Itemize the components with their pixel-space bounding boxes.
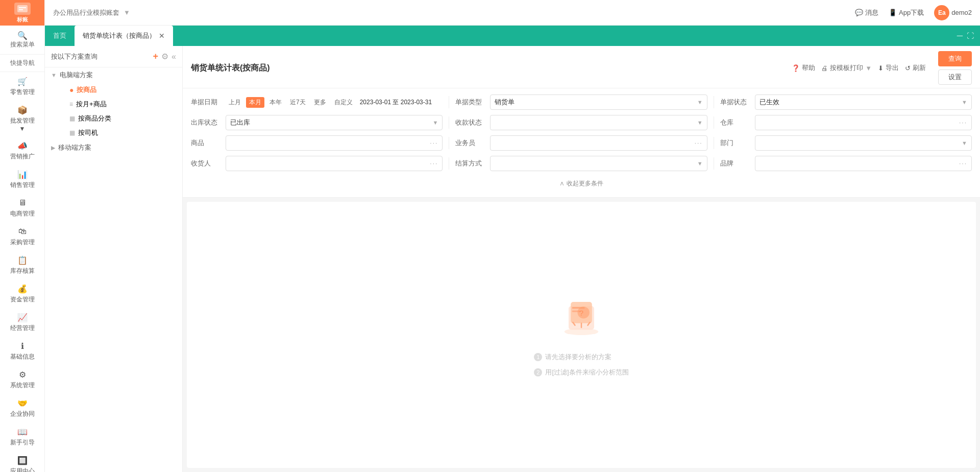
settings-button[interactable]: 设置 (938, 69, 972, 85)
app-download-btn[interactable]: 📱 App下载 (889, 8, 924, 17)
tree-desktop-arrow: ▼ (51, 72, 57, 78)
appstore-icon: 🔲 (17, 455, 28, 465)
tab-home-label: 首页 (53, 31, 66, 40)
search-menu[interactable]: 🔍 搜索菜单 (0, 26, 44, 55)
sidebar-item-purchase[interactable]: 🛍 采购管理 (0, 222, 44, 251)
export-btn[interactable]: ⬇ 导出 (878, 63, 899, 73)
date-shortcuts: 上月 本月 本年 近7天 更多 自定义 2023-03-01 至 2023-03… (226, 97, 432, 108)
salesperson-label: 业务员 (455, 138, 486, 148)
tree-item-icon: ● (69, 86, 74, 94)
svg-rect-1 (19, 7, 26, 8)
print-btn[interactable]: 🖨 按模板打印 ▼ (821, 63, 872, 73)
sidebar-item-finance[interactable]: 💰 资金管理 (0, 279, 44, 308)
top-header: 办公用品行业模拟账套 ▼ 💬 消息 📱 App下载 Ea demo2 (45, 0, 980, 26)
receiptstatus-dropdown[interactable]: ▼ (490, 115, 707, 130)
user-avatar-btn[interactable]: Ea demo2 (934, 5, 972, 20)
divider-3 (449, 116, 449, 129)
brand-dots-icon: ··· (959, 160, 967, 167)
guide-icon: 📖 (17, 427, 28, 437)
message-btn[interactable]: 💬 消息 (855, 8, 878, 17)
filter-area: 单据日期 上月 本月 本年 近7天 更多 自定义 2023-03-01 至 20… (183, 88, 980, 198)
quick-nav[interactable]: 快捷导航 (0, 55, 44, 72)
filter-row-1: 单据日期 上月 本月 本年 近7天 更多 自定义 2023-03-01 至 20… (191, 95, 972, 110)
sidebar-item-marketing[interactable]: 📣 营销推广 (0, 136, 44, 165)
filter-doctype-field: 单据类型 销货单 ▼ (455, 95, 707, 110)
query-settings-btns: 查询 设置 (938, 51, 972, 85)
date-btn-custom[interactable]: 自定义 (331, 97, 356, 108)
tree-mobile-label: 移动端方案 (58, 143, 91, 152)
tab-home[interactable]: 首页 (45, 26, 75, 46)
add-scheme-btn[interactable]: + (153, 51, 159, 62)
department-caret-icon: ▼ (962, 140, 967, 146)
query-button[interactable]: 查询 (938, 51, 972, 66)
maximize-icon[interactable]: ⛶ (967, 32, 974, 40)
hint-item-1: 1 请先选择要分析的方案 (534, 350, 628, 364)
enterprise-icon: 🤝 (17, 398, 28, 408)
date-btn-this-month[interactable]: 本月 (246, 97, 264, 108)
tree-item-by-month-product[interactable]: ≡ 按月+商品 (51, 97, 182, 111)
help-icon: ❓ (792, 64, 800, 72)
page-title-bar: 销货单统计表(按商品) ❓ 帮助 🖨 按模板打印 ▼ ⬇ 导出 (183, 46, 980, 88)
sidebar-item-ecommerce[interactable]: 🖥 电商管理 (0, 194, 44, 222)
sidebar-item-operations[interactable]: 📈 经营管理 (0, 308, 44, 337)
sidebar: 标账 🔍 搜索菜单 快捷导航 🛒 零售管理 📦 批发管理 📣 营销推广 📊 销售… (0, 0, 45, 472)
sidebar-item-sales[interactable]: 📊 销售管理 (0, 165, 44, 194)
date-btn-last-month[interactable]: 上月 (226, 97, 244, 108)
filter-goods-field: 商品 ··· (191, 135, 443, 151)
sidebar-item-system[interactable]: ⚙ 系统管理 (0, 365, 44, 394)
minimize-icon[interactable]: ─ (957, 31, 963, 40)
download-icon: 📱 (889, 9, 897, 16)
receiver-dropdown[interactable]: ··· (226, 156, 443, 171)
sidebar-item-retail[interactable]: 🛒 零售管理 (0, 72, 44, 101)
divider-7 (449, 157, 449, 170)
refresh-icon: ↺ (905, 64, 911, 72)
goods-dropdown[interactable]: ··· (226, 135, 443, 151)
collapse-filter-btn[interactable]: ∧ 收起更多条件 (191, 176, 972, 191)
sidebar-item-guide[interactable]: 📖 新手引导 (0, 422, 44, 451)
doctype-caret-icon: ▼ (697, 99, 703, 105)
docstatus-caret-icon: ▼ (962, 99, 967, 105)
tab-sales-stat[interactable]: 销货单统计表（按商品） ✕ (75, 26, 173, 46)
tree-item-by-category[interactable]: ▦ 按商品分类 (51, 111, 182, 126)
warehouse-dropdown[interactable]: ··· (755, 115, 972, 130)
tree-item-by-cashier[interactable]: ▦ 按司机 (51, 126, 182, 140)
divider-5 (449, 137, 449, 149)
collapse-panel-btn[interactable]: « (172, 52, 176, 61)
salesperson-dropdown[interactable]: ··· (490, 135, 707, 151)
brand-dropdown[interactable]: ··· (755, 156, 972, 171)
sidebar-item-enterprise[interactable]: 🤝 企业协同 (0, 394, 44, 422)
refresh-btn[interactable]: ↺ 刷新 (905, 63, 926, 73)
warehouse-dots-icon: ··· (959, 119, 967, 126)
sidebar-item-basic[interactable]: ℹ 基础信息 (0, 337, 44, 365)
date-btn-more[interactable]: 更多 (311, 97, 329, 108)
filter-row-4: 收货人 ··· 结算方式 ▼ (191, 156, 972, 171)
scheme-settings-btn[interactable]: ⚙ (161, 52, 168, 61)
doctype-dropdown[interactable]: 销货单 ▼ (490, 95, 707, 110)
sidebar-item-wholesale[interactable]: 📦 批发管理 (0, 101, 44, 136)
help-btn[interactable]: ❓ 帮助 (792, 63, 815, 73)
filter-row-3: 商品 ··· 业务员 ··· (191, 135, 972, 151)
filter-department-field: 部门 ▼ (720, 135, 972, 151)
logo-text: 标账 (17, 16, 28, 23)
basic-icon: ℹ (17, 341, 28, 351)
docstatus-label: 单据状态 (720, 98, 751, 107)
filter-payment-field: 结算方式 ▼ (455, 156, 707, 171)
tree-desktop-parent[interactable]: ▼ 电脑端方案 (45, 67, 182, 83)
date-btn-7days[interactable]: 近7天 (287, 97, 309, 108)
payment-dropdown[interactable]: ▼ (490, 156, 707, 171)
tab-close-icon[interactable]: ✕ (159, 32, 165, 40)
outstatus-dropdown[interactable]: 已出库 ▼ (226, 115, 443, 130)
sidebar-item-appstore[interactable]: 🔲 应用中心 (0, 451, 44, 472)
brand-label: 品牌 (720, 159, 751, 168)
content-area: 按以下方案查询 + ⚙ « ▼ 电脑端方案 ● 按商品 ≡ 按月+ (45, 46, 980, 472)
department-dropdown[interactable]: ▼ (755, 135, 972, 151)
tree-item-by-product[interactable]: ● 按商品 (51, 83, 182, 97)
industry-dropdown-icon[interactable]: ▼ (124, 9, 130, 16)
sidebar-item-inventory[interactable]: 📋 库存核算 (0, 251, 44, 279)
logo-icon (14, 3, 31, 15)
left-panel-actions: + ⚙ « (153, 51, 176, 62)
date-btn-this-year[interactable]: 本年 (266, 97, 285, 108)
tree-mobile-parent[interactable]: ▶ 移动端方案 (45, 140, 182, 155)
filter-date-field: 单据日期 上月 本月 本年 近7天 更多 自定义 2023-03-01 至 20… (191, 97, 443, 108)
docstatus-dropdown[interactable]: 已生效 ▼ (755, 95, 972, 110)
